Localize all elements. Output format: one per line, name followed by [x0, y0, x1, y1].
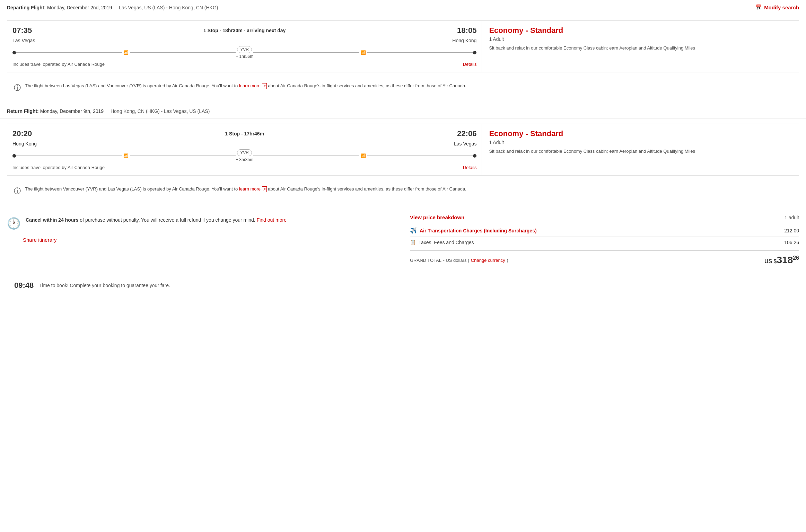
notice-text-1: The flight between Las Vegas (LAS) and V…	[25, 82, 466, 89]
return-stop-info: 1 Stop - 17hr46m	[225, 131, 264, 136]
return-times-row: 20:20 1 Stop - 17hr46m 22:06	[12, 129, 476, 138]
find-out-more-link[interactable]: Find out more	[257, 217, 287, 223]
air-transport-row: ✈️ Air Transportation Charges (Including…	[410, 224, 799, 237]
return-cities-row: Hong Kong Las Vegas	[12, 141, 476, 147]
departing-operated-by: Includes travel operated by Air Canada R…	[12, 62, 476, 67]
bottom-left: 🕐 Cancel within 24 hours of purchase wit…	[7, 211, 403, 271]
return-route-line-3	[253, 156, 359, 156]
cancel-text: Cancel within 24 hours of purchase witho…	[26, 216, 287, 224]
departing-destination: Hong Kong	[452, 38, 476, 43]
return-route-dot-start	[12, 154, 16, 158]
cancel-main: of purchase without penalty. You will re…	[78, 217, 255, 223]
return-economy-desc: Sit back and relax in our comfortable Ec…	[489, 148, 792, 155]
stopover-duration: + 1hr56m	[236, 54, 253, 59]
return-wifi-icon-2: 📶	[361, 153, 366, 158]
view-breakdown-row: View price breakdown 1 adult	[410, 214, 799, 220]
departing-flight-left: 07:35 1 Stop - 18hr30m - arriving next d…	[7, 21, 482, 72]
notice-box-2: ⓘ The flight between Vancouver (YVR) and…	[7, 181, 799, 201]
departing-header: Departing Flight: Monday, December 2nd, …	[7, 5, 218, 10]
booking-text: Time to book! Complete your booking to g…	[39, 283, 170, 288]
return-details-link[interactable]: Details	[463, 165, 477, 170]
notice-text-2b: about Air Canada Rouge's in-flight servi…	[267, 186, 466, 192]
view-price-breakdown-link[interactable]: View price breakdown	[410, 214, 464, 220]
return-route-line-2	[130, 156, 236, 156]
return-depart-time: 20:20	[12, 129, 32, 138]
grand-total-text: GRAND TOTAL	[410, 258, 441, 263]
departing-economy-title: Economy - Standard	[489, 26, 792, 35]
departing-origin: Las Vegas	[12, 38, 35, 43]
return-header-content: Return Flight: Monday, December 9th, 201…	[7, 108, 210, 114]
notice-text-1b: about Air Canada Rouge's in-flight servi…	[267, 83, 466, 88]
return-economy-adult: 1 Adult	[489, 140, 792, 145]
learn-more-link-2[interactable]: learn more	[239, 186, 261, 192]
return-route-line: 📶 YVR + 3hr35m 📶	[12, 149, 476, 162]
info-icon-1: ⓘ	[14, 83, 21, 92]
clock-icon: 🕐	[7, 217, 21, 230]
calendar-icon: 📅	[755, 4, 762, 11]
grand-total-main: 318	[777, 255, 793, 265]
wifi-icon-2: 📶	[361, 50, 366, 55]
departing-arrive-time: 18:05	[457, 26, 476, 35]
taxes-label: 📋 Taxes, Fees and Charges	[410, 240, 474, 245]
return-header: Return Flight: Monday, December 9th, 201…	[0, 104, 806, 118]
route-dot-start	[12, 51, 16, 54]
bottom-area: 🕐 Cancel within 24 hours of purchase wit…	[7, 211, 799, 271]
return-destination: Las Vegas	[454, 141, 476, 147]
learn-more-link-1[interactable]: learn more	[239, 83, 261, 88]
notice-text-2a: The flight between Vancouver (YVR) and L…	[25, 186, 239, 192]
departing-operated-label: Includes travel operated by Air Canada R…	[12, 62, 105, 67]
booking-time: 09:48	[14, 281, 34, 290]
cancel-notice: 🕐 Cancel within 24 hours of purchase wit…	[7, 216, 403, 230]
grand-total-label-area: GRAND TOTAL - US dollars ( Change curren…	[410, 257, 508, 263]
route-line-2	[130, 52, 236, 53]
return-wifi-icon-1: 📶	[123, 153, 129, 158]
currency-close: )	[507, 258, 508, 263]
return-stopover-code: YVR	[237, 149, 252, 156]
modify-search-button[interactable]: 📅 Modify search	[755, 4, 799, 11]
external-link-icon-1: ↗	[262, 83, 267, 89]
departing-stop-info: 1 Stop - 18hr30m - arriving next day	[203, 28, 286, 33]
grand-total-currency: US $	[764, 258, 777, 264]
departing-details-link[interactable]: Details	[463, 62, 477, 67]
external-link-icon-2: ↗	[262, 186, 267, 192]
air-transport-value: 212.00	[784, 228, 799, 233]
cancel-bold: Cancel within 24 hours	[26, 217, 78, 223]
return-operated-label: Includes travel operated by Air Canada R…	[12, 165, 105, 170]
route-line-3	[253, 52, 359, 53]
return-label: Return Flight:	[7, 108, 39, 114]
return-date: Monday, December 9th, 2019	[40, 108, 104, 114]
departing-economy-adult: 1 Adult	[489, 36, 792, 42]
departing-date: Monday, December 2nd, 2019	[47, 5, 112, 10]
return-economy-title: Economy - Standard	[489, 129, 792, 138]
return-flight-right: Economy - Standard 1 Adult Sit back and …	[482, 124, 799, 175]
taxes-text: Taxes, Fees and Charges	[419, 240, 474, 245]
departing-route: Las Vegas, US (LAS) - Hong Kong, CN (HKG…	[119, 5, 218, 10]
top-bar: Departing Flight: Monday, December 2nd, …	[0, 0, 806, 15]
return-route-line-4	[367, 156, 473, 156]
return-origin: Hong Kong	[12, 141, 37, 147]
notice-box-1: ⓘ The flight between Las Vegas (LAS) and…	[7, 78, 799, 97]
return-flight-left: 20:20 1 Stop - 17hr46m 22:06 Hong Kong L…	[7, 124, 482, 175]
air-transport-text: Air Transportation Charges (Including Su…	[420, 228, 537, 233]
return-route: Hong Kong, CN (HKG) - Las Vegas, US (LAS…	[111, 108, 210, 114]
currency-dash: - US dollars (	[443, 258, 469, 263]
departing-label: Departing Flight:	[7, 5, 46, 10]
modify-search-label: Modify search	[764, 5, 799, 10]
notice-text-1a: The flight between Las Vegas (LAS) and V…	[25, 83, 239, 88]
return-arrive-time: 22:06	[457, 129, 476, 138]
adult-label: 1 adult	[785, 215, 799, 220]
return-operated-by: Includes travel operated by Air Canada R…	[12, 165, 476, 170]
return-flight-section: 20:20 1 Stop - 17hr46m 22:06 Hong Kong L…	[7, 124, 799, 176]
grand-total-cents: 26	[793, 255, 799, 261]
plane-icon: ✈️	[410, 227, 417, 234]
taxes-icon: 📋	[410, 240, 416, 245]
taxes-value: 106.26	[784, 240, 799, 245]
change-currency-link[interactable]: Change currency	[471, 258, 505, 263]
notice-text-2: The flight between Vancouver (YVR) and L…	[25, 186, 466, 193]
departing-times-row: 07:35 1 Stop - 18hr30m - arriving next d…	[12, 26, 476, 35]
stopover: YVR + 1hr56m	[236, 46, 253, 59]
grand-total-label: GRAND TOTAL - US dollars ( Change curren…	[410, 257, 508, 263]
route-line-1	[16, 52, 122, 53]
share-itinerary-link[interactable]: Share itinerary	[23, 237, 57, 243]
taxes-row: 📋 Taxes, Fees and Charges 106.26	[410, 237, 799, 248]
